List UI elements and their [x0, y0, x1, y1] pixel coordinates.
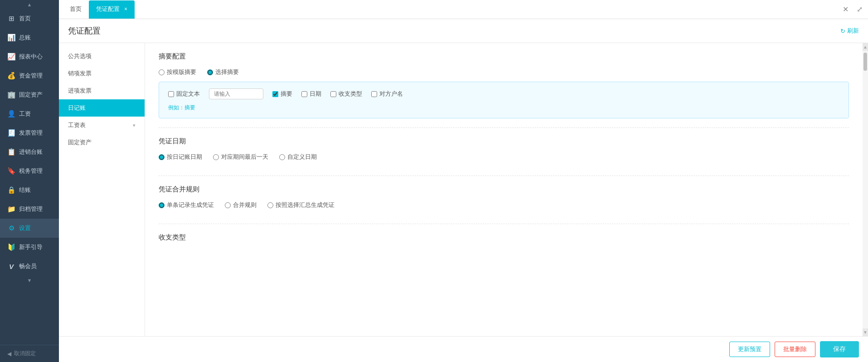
- save-button[interactable]: 保存: [820, 341, 859, 357]
- checkbox-summary-input[interactable]: [272, 91, 278, 97]
- sidebar-item-invoice[interactable]: 🧾 发票管理: [0, 123, 59, 142]
- left-nav: 公共选项 销项发票 进项发票 日记账 工资表 ▾ 固定资产: [59, 43, 145, 336]
- nav-item-public[interactable]: 公共选项: [59, 48, 145, 65]
- summary-config-section: 摘要配置 按模版摘要 选择摘要: [159, 52, 849, 128]
- radio-template-input[interactable]: [159, 69, 165, 75]
- nav-item-journal[interactable]: 日记账: [59, 99, 145, 117]
- funds-icon: 💰: [7, 72, 15, 80]
- sidebar-scroll-up[interactable]: ▲: [0, 0, 59, 9]
- radio-select-label: 选择摘要: [215, 68, 239, 76]
- sidebar-item-guide[interactable]: 🔰 新手引导: [0, 238, 59, 257]
- nav-item-sales-invoice[interactable]: 销项发票: [59, 65, 145, 82]
- sidebar-item-label: 总账: [19, 34, 31, 42]
- radio-select-merge[interactable]: 按照选择汇总生成凭证: [267, 201, 335, 209]
- sidebar-item-label: 固定资产: [19, 91, 43, 99]
- page-title: 凭证配置: [68, 25, 101, 36]
- radio-merge-rules[interactable]: 合并规则: [225, 201, 257, 209]
- sidebar-item-home[interactable]: ⊞ 首页: [0, 9, 59, 28]
- sidebar-item-label: 进销台账: [19, 148, 43, 156]
- closing-icon: 🔒: [7, 186, 15, 194]
- checkbox-income-type[interactable]: 收支类型: [330, 90, 362, 98]
- sidebar-item-member[interactable]: V 畅会员: [0, 257, 59, 276]
- pin-icon: ◀: [7, 351, 11, 357]
- sidebar-item-label: 新手引导: [19, 243, 43, 251]
- invoice-icon: 🧾: [7, 129, 15, 137]
- voucher-date-section: 凭证日期 按日记账日期 对应期间最后一天: [159, 137, 849, 176]
- tab-active-label: 凭证配置: [96, 5, 120, 13]
- assets-icon: 🏢: [7, 91, 15, 99]
- summary-radio-group: 按模版摘要 选择摘要: [159, 68, 849, 76]
- radio-select-input[interactable]: [207, 69, 213, 75]
- checkbox-counterpart-input[interactable]: [371, 91, 377, 97]
- fixed-text-input[interactable]: [209, 88, 263, 99]
- batch-delete-button[interactable]: 批量删除: [775, 342, 815, 357]
- bottom-actions: 更新预置 批量删除 保存: [59, 336, 868, 362]
- sidebar-item-funds[interactable]: 💰 资金管理: [0, 66, 59, 85]
- radio-select-summary[interactable]: 选择摘要: [207, 68, 239, 76]
- merge-rules-label: 合并规则: [233, 201, 257, 209]
- checkbox-fixed-text-input[interactable]: [168, 91, 174, 97]
- journal-date-label: 按日记账日期: [167, 153, 202, 161]
- payroll-icon: 👤: [7, 110, 15, 118]
- tab-home-label: 首页: [70, 5, 82, 12]
- sidebar-item-label: 结账: [19, 186, 31, 194]
- scroll-thumb[interactable]: [863, 53, 867, 71]
- refresh-button[interactable]: ↻ 刷新: [840, 27, 859, 35]
- radio-last-day[interactable]: 对应期间最后一天: [213, 153, 268, 161]
- sidebar-item-label: 发票管理: [19, 129, 43, 137]
- checkbox-date[interactable]: 日期: [301, 90, 321, 98]
- nav-item-payroll-table[interactable]: 工资表 ▾: [59, 117, 145, 134]
- income-type-section: 收支类型: [159, 233, 849, 258]
- sidebar-item-closing[interactable]: 🔒 结账: [0, 181, 59, 200]
- radio-single-record[interactable]: 单条记录生成凭证: [159, 201, 214, 209]
- tab-bar: 首页 凭证配置 × ✕ ⤢: [59, 0, 868, 19]
- nav-item-purchase-invoice[interactable]: 进项发票: [59, 82, 145, 99]
- single-record-label: 单条记录生成凭证: [167, 201, 214, 209]
- nav-item-label: 销项发票: [68, 69, 92, 78]
- sidebar-item-reports[interactable]: 📈 报表中心: [0, 47, 59, 66]
- checkbox-date-input[interactable]: [301, 91, 307, 97]
- tab-voucher-config[interactable]: 凭证配置 ×: [89, 0, 135, 19]
- counterpart-cb-label: 对方户名: [379, 90, 403, 98]
- radio-by-journal-date[interactable]: 按日记账日期: [159, 153, 202, 161]
- radio-template-summary[interactable]: 按模版摘要: [159, 68, 196, 76]
- checkbox-row: 固定文本 摘要 日期: [168, 88, 839, 99]
- radio-custom-date[interactable]: 自定义日期: [279, 153, 317, 161]
- sidebar-scroll-down[interactable]: ▼: [0, 276, 59, 285]
- sidebar-item-payroll[interactable]: 👤 工资: [0, 104, 59, 123]
- sidebar-unpin[interactable]: ◀ 取消固定: [0, 345, 59, 362]
- update-preview-button[interactable]: 更新预置: [729, 342, 770, 357]
- tab-close-btn[interactable]: ✕: [841, 3, 850, 15]
- sidebar-item-archive[interactable]: 📁 归档管理: [0, 200, 59, 219]
- sidebar-item-fixed-assets[interactable]: 🏢 固定资产: [0, 85, 59, 104]
- sidebar-item-settings[interactable]: ⚙ 设置: [0, 219, 59, 238]
- tab-home[interactable]: 首页: [63, 0, 89, 19]
- radio-single-input[interactable]: [159, 202, 165, 208]
- checkbox-counterpart[interactable]: 对方户名: [371, 90, 403, 98]
- radio-journal-input[interactable]: [159, 154, 165, 160]
- checkbox-income-input[interactable]: [330, 91, 336, 97]
- radio-select-merge-input[interactable]: [267, 202, 273, 208]
- nav-item-fixed-assets[interactable]: 固定资产: [59, 134, 145, 151]
- radio-custom-input[interactable]: [279, 154, 285, 160]
- scroll-down-arrow[interactable]: ▼: [863, 328, 868, 336]
- scroll-up-arrow[interactable]: ▲: [863, 43, 868, 51]
- refresh-icon: ↻: [840, 28, 845, 34]
- merge-rules-title: 凭证合并规则: [159, 185, 849, 194]
- tab-expand-btn[interactable]: ⤢: [855, 3, 864, 15]
- tab-bar-controls: ✕ ⤢: [841, 3, 864, 15]
- sidebar-item-label: 首页: [19, 15, 31, 23]
- member-icon: V: [7, 263, 15, 270]
- tab-close-icon[interactable]: ×: [124, 6, 127, 12]
- checkbox-summary[interactable]: 摘要: [272, 90, 292, 98]
- sidebar-item-purchase-sales[interactable]: 📋 进销台账: [0, 142, 59, 161]
- sidebar-item-general-ledger[interactable]: 📊 总账: [0, 28, 59, 47]
- checkbox-fixed-text[interactable]: 固定文本: [168, 90, 200, 98]
- radio-merge-input[interactable]: [225, 202, 231, 208]
- radio-last-day-input[interactable]: [213, 154, 219, 160]
- nav-item-label: 进项发票: [68, 87, 92, 95]
- right-content: 摘要配置 按模版摘要 选择摘要: [145, 43, 863, 336]
- sidebar-item-label: 资金管理: [19, 72, 43, 80]
- date-cb-label: 日期: [310, 90, 321, 98]
- sidebar-item-tax[interactable]: 🔖 税务管理: [0, 161, 59, 181]
